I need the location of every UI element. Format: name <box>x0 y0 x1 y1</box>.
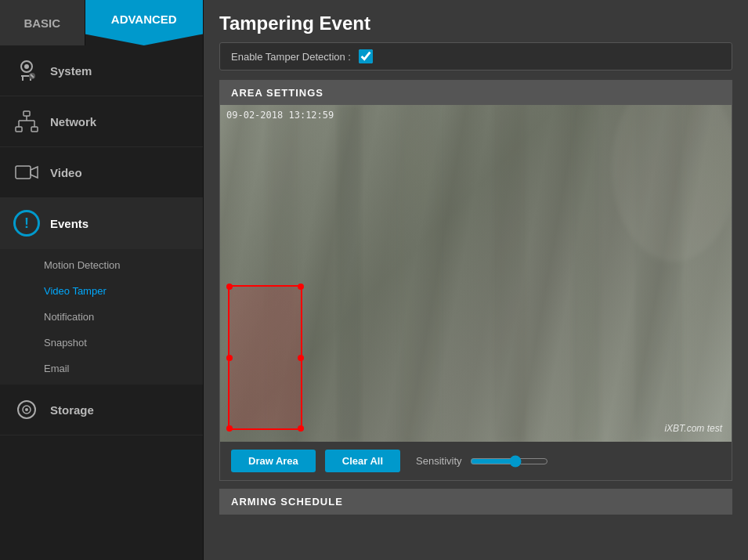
sensitivity-label: Sensitivity <box>416 455 462 467</box>
svg-point-1 <box>24 64 29 69</box>
svg-point-18 <box>25 408 28 411</box>
events-icon: ! <box>13 209 41 237</box>
area-settings-header: AREA SETTINGS <box>220 81 732 105</box>
submenu-motion-detection[interactable]: Motion Detection <box>0 252 203 278</box>
submenu-email[interactable]: Email <box>0 356 203 381</box>
sidebar-item-video[interactable]: Video <box>0 147 203 198</box>
events-submenu: Motion Detection Video Tamper Notificati… <box>0 249 203 385</box>
arming-schedule-box: ARMING SCHEDULE <box>219 489 732 515</box>
area-settings-box: AREA SETTINGS 09-02-2018 13:12:59 <box>219 80 732 481</box>
selection-rect[interactable] <box>228 285 302 430</box>
clear-all-button[interactable]: Clear All <box>325 450 400 472</box>
page-title: Tampering Event <box>204 0 748 42</box>
video-icon <box>13 158 41 186</box>
button-row: Draw Area Clear All Sensitivity <box>220 442 732 480</box>
submenu-video-tamper[interactable]: Video Tamper <box>0 278 203 304</box>
handle-top-left[interactable] <box>226 284 233 290</box>
svg-rect-9 <box>31 127 38 132</box>
sidebar-label-storage: Storage <box>50 403 94 417</box>
sidebar-label-video: Video <box>50 166 82 179</box>
svg-rect-14 <box>16 166 31 179</box>
enable-tamper-label: Enable Tamper Detection : <box>231 51 351 63</box>
handle-top-right[interactable] <box>298 284 304 290</box>
system-icon <box>13 56 41 85</box>
sidebar-label-network: Network <box>50 115 96 128</box>
sidebar-label-system: System <box>50 64 92 78</box>
arming-schedule-header: ARMING SCHEDULE <box>220 490 732 514</box>
camera-watermark: iXBT.com test <box>664 423 722 434</box>
tab-advanced[interactable]: ADVANCED <box>85 0 204 45</box>
handle-mid-right[interactable] <box>298 355 304 361</box>
main-content: Tampering Event Enable Tamper Detection … <box>204 0 748 560</box>
svg-rect-21 <box>400 105 439 442</box>
svg-rect-8 <box>16 127 22 132</box>
svg-rect-7 <box>23 111 30 116</box>
camera-timestamp: 09-02-2018 13:12:59 <box>226 110 334 121</box>
submenu-notification[interactable]: Notification <box>0 304 203 330</box>
svg-rect-20 <box>338 105 361 442</box>
draw-area-button[interactable]: Draw Area <box>231 450 316 472</box>
handle-bottom-left[interactable] <box>226 425 233 432</box>
tab-bar: BASIC ADVANCED <box>0 0 203 45</box>
sidebar-item-system[interactable]: System <box>0 45 203 96</box>
handle-bottom-right[interactable] <box>298 425 304 432</box>
svg-rect-23 <box>573 105 600 442</box>
svg-rect-22 <box>494 105 526 442</box>
sidebar-item-network[interactable]: Network <box>0 96 203 147</box>
enable-tamper-checkbox[interactable] <box>359 49 373 63</box>
enable-tamper-row: Enable Tamper Detection : <box>219 42 732 70</box>
storage-icon <box>13 396 41 424</box>
sidebar: BASIC ADVANCED System <box>0 0 204 560</box>
handle-mid-left[interactable] <box>226 355 233 361</box>
network-icon <box>13 107 41 135</box>
sensitivity-slider[interactable] <box>470 455 548 468</box>
svg-point-25 <box>612 105 732 262</box>
tab-basic[interactable]: BASIC <box>0 0 85 45</box>
camera-view[interactable]: 09-02-2018 13:12:59 iXBT.com test <box>220 105 732 442</box>
submenu-snapshot[interactable]: Snapshot <box>0 330 203 356</box>
sidebar-item-events[interactable]: ! Events <box>0 198 203 249</box>
svg-marker-15 <box>31 167 38 178</box>
sidebar-label-events: Events <box>50 217 89 230</box>
sensitivity-row: Sensitivity <box>416 455 548 468</box>
sidebar-item-storage[interactable]: Storage <box>0 385 203 435</box>
